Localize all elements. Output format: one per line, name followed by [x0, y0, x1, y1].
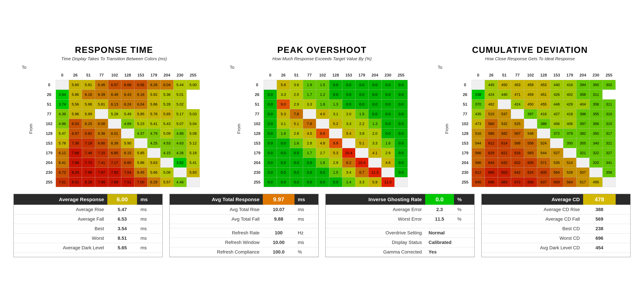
matrix-cell: 435	[472, 109, 485, 119]
matrix-row-header-3: 77	[458, 109, 472, 119]
matrix-cell: 6.41	[56, 158, 69, 168]
matrix-row: 102473560532525388406406397356315	[458, 119, 616, 129]
po-avg-unit: ms	[294, 194, 318, 205]
matrix-cell	[524, 119, 537, 129]
matrix-col-header-8: 179	[355, 70, 368, 80]
matrix-cell: 0.0	[381, 80, 394, 90]
matrix-cell: 6.25	[82, 119, 95, 129]
matrix-cell	[134, 138, 147, 148]
matrix-row: 1024.966.536.256.084.695.235.415.435.075…	[42, 119, 200, 129]
matrix-cell: 5.41	[186, 158, 200, 168]
matrix-cell: 612	[472, 168, 485, 177]
matrix-cell: 7.04	[121, 168, 134, 177]
matrix-cell: 5.57	[160, 177, 174, 187]
matrix-cell: 605	[537, 168, 550, 177]
rt-subtitle: Time Display Takes To Transition Between…	[61, 56, 167, 62]
matrix-cell: 358	[576, 90, 589, 100]
matrix-cell: 5.09	[160, 129, 174, 138]
cd-worst-label: Worst CD	[482, 234, 583, 243]
matrix-cell	[329, 129, 342, 138]
rt-stats-table: Average Response 6.00 ms Average Rise 5.…	[14, 194, 162, 253]
ig-avg-error-row: Average Error 2.3 %	[326, 205, 474, 214]
matrix-cell: 4.15	[160, 148, 174, 158]
matrix-cell: 6.24	[121, 100, 134, 109]
matrix-row: 255645696683672656637609564517495	[458, 177, 616, 187]
po-rise-value: 10.07	[263, 205, 294, 214]
matrix-col-header-0	[42, 70, 56, 80]
matrix-cell: 1.5	[329, 168, 342, 177]
matrix-cell: 6.08	[95, 119, 108, 129]
matrix-cell: 310	[602, 109, 616, 119]
ig-display-status-row: Display Status Calibrated	[326, 238, 474, 247]
matrix-cell: 3.3	[368, 138, 381, 148]
matrix-cell: 3.6	[290, 80, 303, 90]
matrix-cell: 418	[563, 109, 576, 119]
matrix-cell: 0.0	[303, 168, 316, 177]
matrix-row: 1790.00.00.01.72.75.310.44.12.90.0	[250, 148, 408, 158]
matrix-cell: 0.0	[368, 80, 381, 90]
matrix-col-header-9: 204	[368, 70, 381, 80]
matrix-cell: 564	[563, 177, 576, 187]
matrix-cell: 586	[472, 158, 485, 168]
matrix-cell: 0.0	[277, 138, 290, 148]
po-rise-unit: ms	[294, 205, 318, 214]
matrix-cell: 4.6	[381, 158, 394, 168]
matrix-cell: 5.78	[56, 138, 69, 148]
rt-from-label: From	[28, 124, 34, 134]
rt-rise-label: Average Rise	[14, 205, 107, 214]
matrix-cell: 5.90	[121, 138, 134, 148]
po-from-label: From	[236, 124, 242, 134]
matrix-row-header-8: 204	[250, 158, 264, 168]
matrix-cell: 317	[602, 129, 616, 138]
matrix-cell: 6.29	[147, 177, 160, 187]
matrix-cell: 453	[537, 80, 550, 90]
matrix-cell: 429	[563, 100, 576, 109]
matrix-cell: 5.81	[95, 100, 108, 109]
rt-rise-value: 5.47	[107, 205, 137, 214]
matrix-cell: 5.02	[174, 100, 186, 109]
matrix-col-header-11: 255	[394, 70, 408, 80]
rt-avg-value: 6.00	[107, 194, 137, 205]
ig-overdrive-label: Overdrive Setting	[326, 228, 425, 238]
matrix-cell: 3.4	[342, 168, 355, 177]
matrix-cell: 6.16	[134, 90, 147, 100]
matrix-cell: 683	[498, 177, 511, 187]
matrix-cell: 6.01	[108, 129, 121, 138]
matrix-cell: 7.8	[303, 119, 316, 129]
ig-worst-error-value: 11.5	[425, 214, 454, 224]
matrix-cell: 8.51	[69, 177, 82, 187]
matrix-cell: 302	[602, 80, 616, 90]
matrix-cell: 445	[485, 80, 498, 90]
matrix-cell: 1.5	[316, 80, 329, 90]
matrix-col-header-10: 230	[589, 70, 602, 80]
matrix-cell	[602, 177, 616, 187]
matrix-cell: 7.15	[95, 148, 108, 158]
rt-worst-value: 8.51	[107, 234, 137, 243]
matrix-row: 263.545.866.166.396.486.436.165.925.365.…	[42, 90, 200, 100]
matrix-cell: 0.0	[303, 177, 316, 187]
matrix-col-header-2: 26	[485, 70, 498, 80]
matrix-cell: 382	[576, 129, 589, 138]
matrix-row-header-1: 26	[42, 90, 56, 100]
po-refresh-compliance-unit: %	[294, 247, 318, 257]
matrix-cell: 642	[511, 168, 524, 177]
po-refresh-window-label: Refresh Window	[170, 238, 263, 247]
matrix-col-header-5: 102	[108, 70, 121, 80]
matrix-row-header-1: 26	[458, 90, 472, 100]
rt-avg-label: Average Response	[14, 194, 107, 205]
matrix-cell: 1.8	[316, 100, 329, 109]
matrix-col-header-11: 255	[186, 70, 200, 80]
matrix-cell: 5.60	[69, 80, 82, 90]
matrix-cell: 0.0	[394, 80, 408, 90]
matrix-row-header-2: 51	[250, 100, 264, 109]
matrix-cell: 6.26	[147, 80, 160, 90]
matrix-cell: 6.66	[121, 80, 134, 90]
matrix-row: 2306.728.207.997.677.507.046.455.665.085…	[42, 168, 200, 177]
matrix-cell: 0.0	[394, 119, 408, 129]
matrix-cell: 0.0	[368, 90, 381, 100]
matrix-cell: 321	[602, 138, 616, 148]
matrix-cell	[147, 148, 160, 158]
matrix-cell: 1.7	[303, 148, 316, 158]
matrix-cell: 4.46	[174, 177, 186, 187]
rt-best-value: 3.54	[107, 224, 137, 234]
